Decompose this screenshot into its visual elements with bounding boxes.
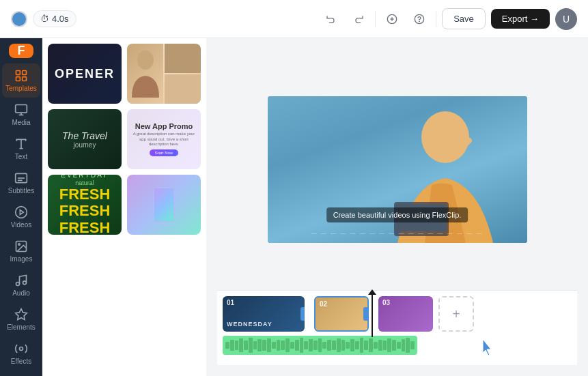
sidebar-item-media[interactable]: Media (2, 98, 40, 132)
avatar[interactable]: U (555, 8, 577, 30)
wave-bar (262, 340, 266, 351)
wave-bar (402, 339, 406, 351)
divider-2 (436, 11, 436, 27)
app-promo-title: New App Promo (135, 122, 193, 130)
app-promo-button: Start Now (150, 149, 178, 156)
sidebar-label-templates: Templates (5, 85, 37, 92)
sidebar-item-audio[interactable]: Audio (2, 268, 40, 302)
add-clip-button[interactable]: + (438, 296, 474, 332)
wave-bar (337, 338, 341, 351)
clip-02-resize-handle[interactable]: ⋮ (363, 307, 369, 321)
wave-bar (360, 338, 364, 353)
svg-point-21 (16, 283, 20, 286)
wave-bar (295, 340, 299, 351)
sidebar-item-effects[interactable]: Effects (2, 336, 40, 371)
wave-bar (239, 338, 243, 351)
sidebar-label-elements: Elements (7, 323, 36, 331)
wave-bar (267, 338, 271, 352)
wave-bar (350, 339, 354, 351)
sidebar-item-text[interactable]: Text (2, 132, 40, 166)
wave-bar (397, 342, 401, 349)
svg-point-17 (16, 207, 27, 218)
audio-track[interactable] (223, 336, 417, 355)
wave-bar (332, 341, 336, 349)
template-card-travel[interactable]: The Travel journey (48, 109, 122, 169)
cursor-icon (480, 338, 495, 360)
wave-bar (410, 341, 415, 349)
clip-03-number: 03 (382, 299, 390, 306)
wave-bar (374, 342, 378, 349)
editor-area: Create beautiful videos using FlexClip. … (206, 38, 588, 376)
template-card-organic[interactable]: ORGANIC EVERYDAY natural FRESHFRESHFRESH… (48, 175, 122, 235)
clip-01-resize-handle[interactable]: ⋮ (300, 307, 305, 321)
wave-bar (369, 338, 373, 351)
playhead[interactable] (372, 293, 373, 337)
clip-01-label: WEDNESDAY (227, 321, 272, 328)
wave-bar (383, 341, 387, 349)
canvas-subtitle: — — — — — — — — — — — — — — — — — — (311, 230, 484, 236)
wave-bar (309, 339, 313, 351)
template-card-phone[interactable] (127, 175, 201, 235)
svg-point-25 (421, 111, 469, 163)
help-button[interactable] (408, 8, 430, 30)
wave-bar (304, 341, 308, 349)
icon-sidebar: F Templates Media T (0, 38, 42, 376)
phone-mockup (154, 188, 174, 222)
clip-02-number: 02 (320, 300, 327, 308)
sidebar-label-effects: Effects (11, 358, 31, 365)
svg-rect-9 (16, 105, 27, 113)
top-bar-left: ⏱ 4.0s (11, 10, 76, 27)
svg-point-24 (137, 50, 154, 70)
wave-bar (235, 341, 239, 349)
save-button[interactable]: Save (442, 8, 486, 29)
wave-bar (378, 340, 382, 351)
sidebar-item-tools[interactable]: Tools (2, 371, 40, 376)
wave-bar (346, 342, 350, 349)
sidebar-label-media: Media (12, 119, 30, 126)
wave-bar (364, 341, 368, 350)
divider (375, 11, 376, 27)
color-picker-indicator[interactable] (11, 11, 27, 27)
app-logo: F (9, 44, 33, 58)
timer-badge: ⏱ 4.0s (33, 10, 76, 27)
clip-01-number: 01 (227, 299, 234, 306)
sidebar-item-templates[interactable]: Templates (2, 63, 40, 98)
canvas[interactable]: Create beautiful videos using FlexClip. … (268, 96, 527, 243)
wave-bar (253, 341, 257, 349)
sidebar-item-images[interactable]: Images (2, 234, 40, 268)
audio-wave (223, 336, 417, 355)
template-card-app-promo[interactable]: New App Promo A great description can ma… (127, 109, 201, 169)
photo-cell-1 (127, 44, 163, 104)
wave-bar (244, 341, 248, 350)
template-card-opener[interactable]: OPENER (48, 44, 122, 104)
sidebar-label-text: Text (15, 153, 27, 160)
sidebar-item-videos[interactable]: Videos (2, 200, 40, 234)
crop-button[interactable] (381, 8, 403, 30)
canvas-text-overlay: Create beautiful videos using FlexClip. (326, 207, 468, 222)
photo-cell-3 (165, 74, 201, 104)
clock-icon: ⏱ (40, 14, 49, 24)
sidebar-item-elements[interactable]: Elements (2, 302, 40, 336)
canvas-container[interactable]: Create beautiful videos using FlexClip. … (217, 49, 577, 290)
wave-bar (355, 341, 359, 349)
undo-button[interactable] (320, 8, 342, 30)
wave-bar (313, 341, 318, 350)
wave-bar (322, 342, 326, 349)
top-bar: ⏱ 4.0s (0, 0, 588, 38)
wave-bar (281, 341, 285, 349)
timeline-clip-01[interactable]: 01 WEDNESDAY ⋮ (223, 296, 305, 332)
wave-bar (272, 342, 276, 349)
svg-point-23 (20, 347, 23, 351)
app-promo-desc: A great description can make your app st… (131, 132, 197, 147)
sidebar-label-audio: Audio (12, 289, 30, 297)
timeline-clip-03[interactable]: 03 (378, 296, 433, 332)
sidebar-item-subtitles[interactable]: Subtitles (2, 166, 40, 200)
redo-button[interactable] (348, 8, 369, 30)
svg-rect-6 (23, 71, 27, 75)
template-card-girl[interactable] (127, 44, 201, 104)
export-button[interactable]: Export → (491, 9, 550, 29)
wave-bar (285, 338, 290, 351)
timeline-clip-02[interactable]: 02 ⋮ (314, 296, 369, 332)
svg-marker-18 (20, 210, 23, 215)
wave-bar (300, 338, 304, 353)
